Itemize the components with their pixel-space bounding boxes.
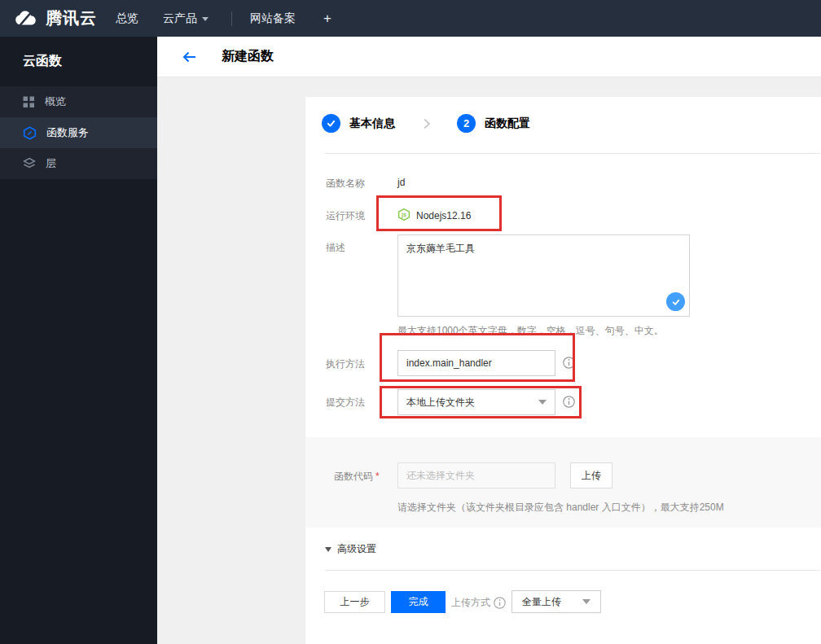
submit-method-label: 提交方法: [326, 396, 365, 410]
folder-path-input[interactable]: [397, 462, 555, 488]
function-code-label: 函数代码*: [334, 470, 380, 484]
layers-icon: [23, 157, 36, 170]
function-code-section: 函数代码* 上传 请选择文件夹（该文件夹根目录应包含 handler 入口文件）…: [305, 437, 821, 528]
back-arrow-icon[interactable]: [181, 50, 197, 64]
upload-mode-select[interactable]: 全量上传: [511, 590, 601, 613]
runtime-label: 运行环境: [326, 209, 365, 223]
brand-name: 腾讯云: [46, 7, 97, 29]
page-header: 新建函数: [157, 37, 821, 77]
check-icon: [326, 118, 336, 129]
create-function-card: 基本信息 2 函数配置 函数名称 jd 运行环境 js Nodejs12.16: [305, 97, 821, 644]
steps-divider: [325, 153, 820, 154]
advanced-settings-toggle[interactable]: 高级设置: [325, 542, 376, 556]
step2-label: 函数配置: [485, 116, 530, 131]
chevron-right-icon: [423, 117, 431, 130]
nodejs-icon: js: [397, 208, 410, 221]
tencent-cloud-logo[interactable]: 腾讯云: [0, 7, 103, 29]
description-helper-text: 最大支持1000个英文字母，数字，空格，逗号、句号、中文。: [397, 324, 664, 338]
sidebar-item-function-service[interactable]: 函数服务: [0, 117, 157, 148]
description-label: 描述: [326, 241, 345, 255]
svg-text:js: js: [401, 212, 406, 218]
function-name-label: 函数名称: [326, 177, 365, 191]
chevron-down-icon: [582, 599, 591, 604]
sidebar: 云函数 概览: [0, 37, 157, 644]
step-indicator: 基本信息 2 函数配置: [322, 114, 530, 133]
upload-mode-value: 全量上传: [522, 595, 561, 609]
upload-mode-info-icon[interactable]: [494, 597, 506, 609]
valid-check-icon: [666, 292, 685, 311]
submit-method-value: 本地上传文件夹: [406, 396, 475, 410]
upload-mode: 上传方式: [451, 596, 506, 610]
cloud-logo-icon: [13, 9, 39, 28]
sidebar-item-label: 函数服务: [46, 125, 89, 140]
finish-button[interactable]: 完成: [391, 591, 446, 613]
sidebar-item-label: 层: [46, 156, 56, 171]
step2: 2 函数配置: [457, 114, 530, 133]
nav-divider: [231, 11, 232, 26]
handler-label: 执行方法: [326, 357, 365, 371]
triangle-down-icon: [325, 547, 331, 552]
function-hexagon-icon: [23, 126, 37, 140]
nav-item-icp-filing[interactable]: 网站备案: [250, 11, 296, 26]
sidebar-item-label: 概览: [45, 94, 66, 109]
nav-item-cloud-products[interactable]: 云产品: [163, 11, 209, 26]
top-navbar: 腾讯云 总览 云产品 网站备案 +: [0, 0, 821, 37]
description-textarea[interactable]: 京东薅羊毛工具: [397, 234, 690, 317]
footer-divider: [325, 570, 820, 571]
submit-method-select[interactable]: 本地上传文件夹: [397, 389, 555, 415]
sidebar-menu: 概览 函数服务 层: [0, 86, 157, 179]
step2-number-circle: 2: [457, 114, 476, 133]
sidebar-item-layers[interactable]: 层: [0, 148, 157, 179]
nav-add-tab-button[interactable]: +: [323, 11, 331, 27]
grid-icon: [23, 96, 35, 108]
sidebar-title: 云函数: [0, 37, 157, 86]
chevron-down-icon: [538, 400, 547, 405]
handler-input[interactable]: [397, 350, 555, 376]
step1-label: 基本信息: [349, 116, 395, 131]
function-code-helper-text: 请选择文件夹（该文件夹根目录应包含 handler 入口文件），最大支持250M: [397, 501, 724, 515]
previous-step-button[interactable]: 上一步: [324, 591, 385, 613]
handler-info-icon[interactable]: [563, 357, 575, 369]
upload-button[interactable]: 上传: [570, 462, 612, 488]
sidebar-item-overview[interactable]: 概览: [0, 86, 157, 117]
required-asterisk: *: [375, 471, 380, 482]
step1-done-circle: [322, 114, 340, 133]
chevron-down-icon: [202, 17, 209, 21]
submit-method-info-icon[interactable]: [563, 396, 575, 408]
runtime-value: Nodejs12.16: [416, 210, 471, 221]
nav-item-overview[interactable]: 总览: [116, 11, 138, 26]
app-root: 腾讯云 总览 云产品 网站备案 + 云函数: [0, 0, 821, 644]
upload-mode-label: 上传方式: [451, 596, 490, 610]
advanced-settings-label: 高级设置: [337, 542, 376, 556]
function-name-value: jd: [397, 177, 405, 188]
page-title: 新建函数: [222, 48, 274, 65]
